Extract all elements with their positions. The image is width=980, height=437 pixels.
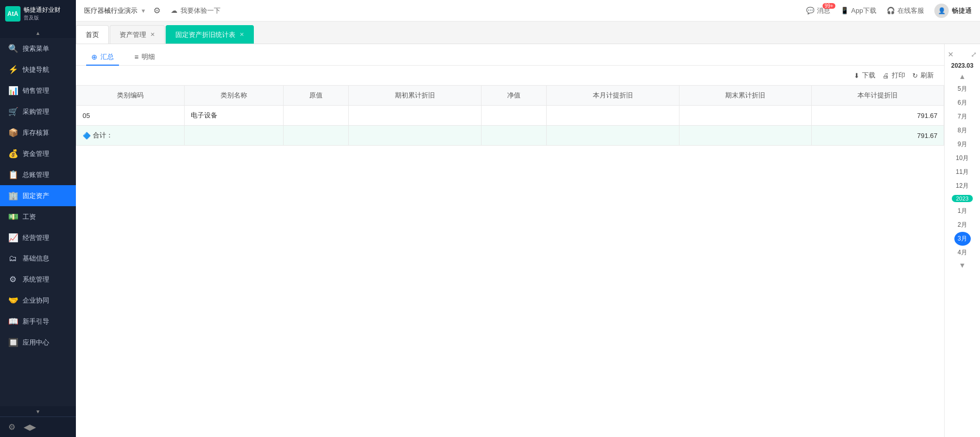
download-button[interactable]: ⬇ 下载 — [854, 71, 875, 80]
sidebar-item-fixed-assets[interactable]: 🏢 固定资产 — [0, 185, 76, 206]
month-item[interactable]: 4月 — [945, 246, 980, 260]
table-row[interactable]: 05 电子设备 791.67 — [76, 106, 944, 126]
download-icon: 📱 — [841, 7, 849, 14]
sidebar-item-app-center[interactable]: 🔲 应用中心 — [0, 332, 76, 353]
col-net-value: 净值 — [481, 86, 547, 106]
month-item[interactable]: 8月 — [945, 124, 980, 137]
tab-asset-mgmt[interactable]: 资产管理 ✕ — [110, 25, 165, 44]
month-item[interactable]: 1月 — [945, 204, 980, 218]
app-logo: AtA 畅捷通好业财 普及版 — [0, 0, 76, 28]
cell-annual-dep: 791.67 — [811, 106, 944, 126]
sidebar-item-ledger[interactable]: 📋 总账管理 — [0, 164, 76, 185]
table-header-row: 类别编码 类别名称 原值 期初累计折旧 净值 本月计提折旧 期末累计折旧 本年计… — [76, 86, 944, 106]
sidebar-scroll-up[interactable]: ▲ — [0, 28, 76, 38]
sidebar-item-finance[interactable]: 💰 资金管理 — [0, 143, 76, 164]
app-download-label: App下载 — [851, 6, 876, 15]
tab-depreciation-close-icon[interactable]: ✕ — [239, 31, 244, 38]
sidebar-item-operations[interactable]: 📈 经营管理 — [0, 227, 76, 248]
sales-icon: 📊 — [8, 86, 17, 95]
prev-months-section: 5月 6月 7月 8月 9月 10月 11月 12月 — [945, 82, 980, 193]
print-button[interactable]: 🖨 打印 — [883, 71, 905, 80]
payroll-icon: 💵 — [8, 212, 17, 222]
settings-icon[interactable]: ⚙ — [8, 422, 15, 432]
search-icon: 🔍 — [8, 44, 17, 53]
refresh-icon: ↻ — [912, 72, 918, 80]
year-current-label: 2023.03 — [945, 61, 980, 71]
tab-home[interactable]: 首页 — [76, 25, 109, 44]
sidebar-item-collab[interactable]: 🤝 企业协同 — [0, 290, 76, 311]
year-2023-header[interactable]: 2023 — [949, 193, 975, 204]
col-monthly-dep: 本月计提折旧 — [547, 86, 679, 106]
month-item[interactable]: 5月 — [945, 82, 980, 96]
online-service-button[interactable]: 🎧 在线客服 — [887, 6, 924, 15]
date-panel-close-icon[interactable]: ✕ — [948, 50, 954, 58]
sidebar: AtA 畅捷通好业财 普及版 ▲ 🔍 搜索菜单 ⚡ 快捷导航 📊 销售管理 🛒 … — [0, 0, 76, 437]
month-item[interactable]: 10月 — [945, 151, 980, 165]
sidebar-item-label: 新手引导 — [23, 317, 49, 326]
operations-icon: 📈 — [8, 233, 17, 243]
company-selector[interactable]: 医疗器械行业演示 ▼ — [84, 6, 146, 15]
month-item[interactable]: 6月 — [945, 96, 980, 110]
sidebar-item-label: 系统管理 — [23, 275, 49, 284]
col-end-dep: 期末累计折旧 — [679, 86, 811, 106]
experience-button[interactable]: ☁ 我要体验一下 — [171, 6, 221, 15]
sidebar-item-purchase[interactable]: 🛒 采购管理 — [0, 101, 76, 122]
total-net-value — [481, 126, 547, 146]
date-panel-header: ✕ ⤢ — [945, 48, 980, 61]
scroll-down-arrow[interactable]: ▼ — [945, 260, 980, 271]
col-original: 原值 — [283, 86, 349, 106]
sidebar-item-system[interactable]: ⚙ 系统管理 — [0, 269, 76, 290]
tab-asset-mgmt-label: 资产管理 — [119, 30, 146, 39]
user-area[interactable]: 👤 畅捷通 — [934, 4, 972, 18]
cell-name: 电子设备 — [184, 106, 283, 126]
month-item[interactable]: 12月 — [945, 179, 980, 193]
sidebar-item-label: 固定资产 — [23, 191, 49, 201]
month-item[interactable]: 9月 — [945, 137, 980, 151]
month-item[interactable]: 2月 — [945, 218, 980, 232]
sub-tab-detail[interactable]: ≡ 明细 — [129, 49, 160, 66]
sidebar-item-basic-info[interactable]: 🗂 基础信息 — [0, 248, 76, 269]
inventory-icon: 📦 — [8, 128, 17, 137]
sidebar-item-label: 应用中心 — [23, 338, 49, 347]
sidebar-item-label: 基础信息 — [23, 254, 49, 263]
sub-tab-detail-label: 明细 — [142, 52, 155, 62]
purchase-icon: 🛒 — [8, 107, 17, 116]
sub-tab-summary[interactable]: ⊕ 汇总 — [86, 49, 119, 66]
sidebar-item-quick-nav[interactable]: ⚡ 快捷导航 — [0, 59, 76, 80]
sidebar-item-label: 资金管理 — [23, 149, 49, 158]
month-item[interactable]: 11月 — [945, 165, 980, 179]
message-badge: 99+ — [823, 3, 835, 9]
total-name — [184, 126, 283, 146]
cloud-icon: ☁ — [171, 7, 177, 14]
app-name: 畅捷通好业财 — [24, 6, 61, 14]
sub-tabs: ⊕ 汇总 ≡ 明细 — [76, 44, 944, 66]
app-download-button[interactable]: 📱 App下载 — [841, 6, 876, 15]
sidebar-item-inventory[interactable]: 📦 库存核算 — [0, 122, 76, 143]
message-button[interactable]: 💬 消息 99+ — [806, 6, 830, 15]
cell-monthly-dep — [547, 106, 679, 126]
content-area: ⊕ 汇总 ≡ 明细 ⬇ 下载 🖨 打印 ↻ — [76, 44, 980, 437]
sidebar-item-label: 销售管理 — [23, 86, 49, 95]
summary-tab-icon: ⊕ — [91, 53, 97, 61]
sidebar-item-newbie[interactable]: 📖 新手引导 — [0, 311, 76, 332]
sidebar-item-search[interactable]: 🔍 搜索菜单 — [0, 38, 76, 59]
month-item[interactable]: 7月 — [945, 110, 980, 124]
sidebar-item-label: 搜索菜单 — [23, 44, 49, 53]
tab-asset-mgmt-close-icon[interactable]: ✕ — [150, 31, 155, 38]
refresh-button[interactable]: ↻ 刷新 — [912, 71, 934, 80]
date-panel-expand-icon[interactable]: ⤢ — [971, 50, 977, 58]
refresh-label: 刷新 — [921, 71, 934, 80]
tabbar: 首页 资产管理 ✕ 固定资产折旧统计表 ✕ — [76, 22, 980, 44]
settings-gear-icon[interactable]: ⚙ — [153, 6, 161, 15]
page-content: ⊕ 汇总 ≡ 明细 ⬇ 下载 🖨 打印 ↻ — [76, 44, 944, 437]
sidebar-item-sales[interactable]: 📊 销售管理 — [0, 80, 76, 101]
sidebar-scroll-down[interactable]: ▼ — [0, 406, 76, 416]
sidebar-item-payroll[interactable]: 💵 工资 — [0, 206, 76, 227]
active-month-item[interactable]: 3月 — [954, 232, 971, 246]
collapse-sidebar-icon[interactable]: ◀▶ — [24, 422, 36, 432]
tab-depreciation[interactable]: 固定资产折旧统计表 ✕ — [166, 25, 254, 44]
total-icon: 🔷 — [83, 132, 91, 140]
scroll-up-arrow[interactable]: ▲ — [945, 71, 980, 82]
sub-tab-summary-label: 汇总 — [101, 52, 114, 62]
cell-code: 05 — [76, 106, 185, 126]
